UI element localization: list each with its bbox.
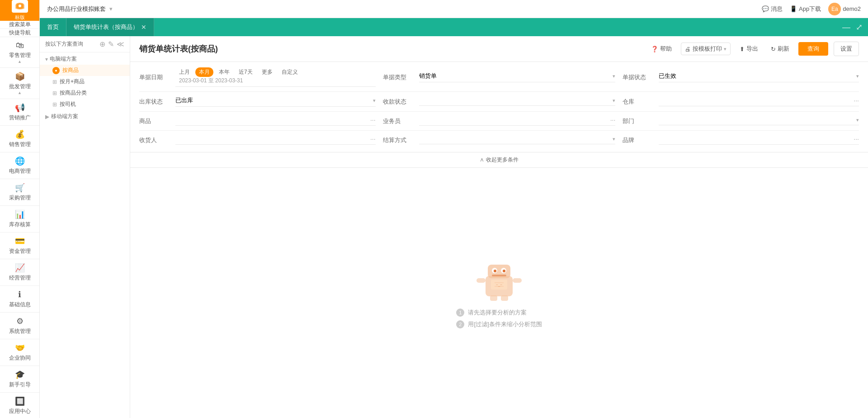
sidebar-item-system[interactable]: ⚙ 系统管理 [0, 313, 40, 339]
sidebar-item-apps[interactable]: 🔲 应用中心 [0, 393, 40, 418]
add-scheme-icon[interactable]: ⊕ [99, 40, 105, 48]
hint-text-2: 用[过滤]条件来缩小分析范围 [468, 320, 542, 328]
settings-btn[interactable]: 设置 [834, 42, 859, 56]
dept-control[interactable]: ▾ [659, 117, 859, 125]
hint-num-1: 1 [456, 309, 464, 317]
tab-home-label: 首页 [47, 23, 59, 31]
filter-row-1: 单据日期 上月 本月 本年 近7天 更多 自定义 2023-03-01 至 20… [139, 67, 859, 92]
receiver-dots-icon[interactable]: ··· [370, 135, 376, 142]
sidebar-label-basic: 基础信息 [9, 301, 31, 309]
out-status-label: 出库状态 [139, 98, 175, 106]
system-icon: ⚙ [16, 316, 24, 326]
status-value: 已生效 [659, 72, 676, 80]
filter-date-cell: 单据日期 上月 本月 本年 近7天 更多 自定义 2023-03-01 至 20… [139, 67, 379, 87]
quick-nav[interactable]: 快捷导航 [0, 29, 40, 37]
sidebar-item-inventory[interactable]: 📊 库存核算 [0, 206, 40, 233]
date-tab-custom[interactable]: 自定义 [278, 67, 302, 77]
app-download-btn[interactable]: 📱 App下载 [790, 5, 821, 13]
brand-dots-icon[interactable]: ··· [854, 135, 859, 142]
operations-icon: 📈 [15, 263, 25, 273]
left-panel-icons: ⊕ ✎ ≪ [99, 40, 124, 48]
scheme-active-icon: ● [52, 67, 60, 74]
out-status-control[interactable]: 已出库 ▾ [175, 96, 376, 107]
query-btn[interactable]: 查询 [798, 42, 828, 56]
type-label: 单据类型 [383, 73, 419, 81]
sidebar-item-ecommerce[interactable]: 🌐 电商管理 [0, 152, 40, 179]
sidebar-label-inventory: 库存核算 [9, 221, 31, 228]
type-control[interactable]: 销货单 ▾ [419, 72, 616, 82]
quick-nav-label: 快捷导航 [9, 29, 31, 37]
tab-sales-stat-label: 销货单统计表（按商品） [74, 23, 138, 31]
sidebar-item-enterprise[interactable]: 🤝 企业协同 [0, 339, 40, 366]
tab-minimize-icon[interactable]: — [840, 21, 852, 34]
sidebar-arrow-wholesale: ▲ [18, 90, 22, 95]
tree-expand-icon[interactable]: ▾ [45, 56, 48, 62]
svg-rect-7 [492, 275, 506, 276]
date-tab-7days[interactable]: 近7天 [235, 67, 256, 77]
topbar-dropdown-arrow[interactable]: ▾ [109, 5, 113, 12]
collapse-label: 收起更多条件 [486, 157, 519, 163]
sidebar-label-retail: 零售管理 [9, 52, 31, 59]
date-tab-this-month[interactable]: 本月 [195, 67, 213, 77]
filter-status-cell: 单据状态 已生效 ▾ [619, 67, 859, 87]
sidebar-item-operations[interactable]: 📈 经营管理 [0, 259, 40, 286]
tab-sales-stat[interactable]: 销货单统计表（按商品） ✕ [66, 18, 154, 36]
sidebar-label-sales: 销售管理 [9, 141, 31, 148]
user-profile[interactable]: Ea demo2 [828, 3, 861, 15]
sidebar-arrow-retail: ▲ [18, 59, 22, 64]
goods-dots-icon[interactable]: ··· [370, 116, 376, 124]
page-header-actions: ❓ 帮助 🖨 按模板打印 ▾ ⬆ 导出 ↻ 刷新 [647, 42, 859, 62]
tab-home[interactable]: 首页 [40, 18, 66, 36]
sidebar-item-purchase[interactable]: 🛒 采购管理 [0, 179, 40, 206]
warehouse-control[interactable]: ··· [659, 97, 859, 106]
template-print-btn[interactable]: 🖨 按模板打印 ▾ [681, 43, 731, 55]
help-btn[interactable]: ❓ 帮助 [647, 43, 675, 55]
collapse-scheme-icon[interactable]: ≪ [117, 40, 124, 48]
goods-control[interactable]: ··· [175, 116, 376, 126]
salesperson-control[interactable]: ··· [419, 116, 616, 126]
settlement-control[interactable]: ▾ [419, 136, 616, 144]
tab-expand-icon[interactable]: ⤢ [854, 20, 864, 34]
right-panel: 销货单统计表(按商品) ❓ 帮助 🖨 按模板打印 ▾ ⬆ 导出 [130, 36, 868, 418]
status-control[interactable]: 已生效 ▾ [659, 72, 859, 82]
tree-group-mobile-label: 移动端方案 [51, 113, 78, 120]
tree-group-label: 电脑端方案 [50, 55, 77, 63]
sidebar-item-basic[interactable]: ℹ 基础信息 [0, 286, 40, 313]
filter-warehouse-cell: 仓库 ··· [619, 96, 859, 107]
sidebar-item-finance[interactable]: 💳 资金管理 [0, 233, 40, 259]
export-btn[interactable]: ⬆ 导出 [736, 43, 762, 55]
refresh-btn[interactable]: ↻ 刷新 [767, 43, 793, 55]
sidebar-label-ecommerce: 电商管理 [9, 167, 31, 175]
status-label: 单据状态 [623, 73, 659, 81]
page-title: 销货单统计表(按商品) [139, 43, 218, 60]
tree-item-by-category[interactable]: ⊞ 按商品分类 [40, 87, 130, 99]
sidebar-item-retail[interactable]: 🛍 零售管理 ▲ [0, 37, 40, 68]
date-tab-last-month[interactable]: 上月 [175, 67, 193, 77]
retail-icon: 🛍 [16, 41, 24, 50]
collapse-bar[interactable]: ∧ 收起更多条件 [130, 152, 868, 168]
tree-item-by-goods[interactable]: ● 按商品 [40, 65, 130, 76]
tree-item-by-month-goods[interactable]: ⊞ 按月+商品 [40, 76, 130, 87]
sidebar-item-marketing[interactable]: 📢 营销推广 [0, 99, 40, 126]
edit-scheme-icon[interactable]: ✎ [108, 40, 114, 48]
username: demo2 [843, 5, 861, 12]
date-tab-this-year[interactable]: 本年 [215, 67, 233, 77]
sidebar-item-wholesale[interactable]: 📦 批发管理 ▲ [0, 68, 40, 99]
empty-hint-2: 2 用[过滤]条件来缩小分析范围 [456, 320, 542, 328]
tab-close-icon[interactable]: ✕ [141, 24, 146, 31]
date-tab-more[interactable]: 更多 [258, 67, 276, 77]
warehouse-dots-icon[interactable]: ··· [854, 97, 859, 104]
sidebar-item-guide[interactable]: 🎓 新手引导 [0, 366, 40, 393]
topbar: 办公用品行业模拟账套 ▾ 💬 消息 📱 App下载 Ea demo2 [40, 0, 868, 18]
search-menu[interactable]: 搜索菜单 [0, 21, 40, 29]
sidebar-item-sales[interactable]: 💰 销售管理 [0, 126, 40, 152]
receiver-control[interactable]: ··· [175, 135, 376, 145]
salesperson-dots-icon[interactable]: ··· [610, 116, 616, 124]
message-label: 消息 [771, 5, 783, 13]
date-tabs: 上月 本月 本年 近7天 更多 自定义 [175, 67, 376, 77]
message-btn[interactable]: 💬 消息 [762, 5, 783, 13]
receipt-status-control[interactable]: ▾ [419, 98, 616, 106]
tree-item-by-cashier[interactable]: ⊞ 按司机 [40, 99, 130, 110]
brand-control[interactable]: ··· [659, 135, 859, 145]
tree-collapse-icon-mobile[interactable]: ▶ [45, 114, 49, 120]
